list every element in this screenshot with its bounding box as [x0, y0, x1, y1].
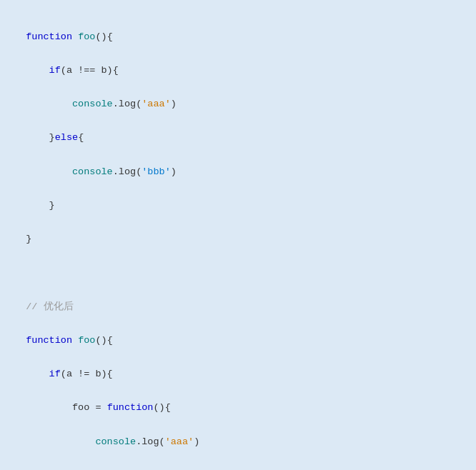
console-log-3: console — [95, 436, 136, 447]
string-aaa-1: 'aaa' — [142, 99, 171, 109]
console-log-1: console — [72, 99, 113, 109]
line-4: }else{ — [26, 132, 84, 143]
line-5: console.log('bbb') — [26, 166, 177, 177]
keyword-else-1: else — [55, 132, 78, 143]
keyword-if-2: if — [49, 369, 61, 379]
line-3: console.log('aaa') — [26, 99, 177, 109]
code-display: function foo(){ if(a !== b){ console.log… — [14, 11, 462, 470]
function-name-foo: foo — [78, 31, 95, 42]
line-comment: // 优化后 — [26, 301, 73, 312]
line-6: } — [26, 200, 55, 211]
line-1: function foo(){ — [26, 31, 113, 42]
keyword-if: if — [49, 65, 61, 76]
line-11: if(a != b){ — [26, 369, 113, 379]
comment-optimized: // 优化后 — [26, 301, 73, 312]
line-10: function foo(){ — [26, 335, 113, 346]
keyword-function-2: function — [26, 335, 72, 346]
line-7: } — [26, 234, 31, 244]
string-aaa-2: 'aaa' — [165, 436, 194, 447]
string-bbb-1: 'bbb' — [142, 166, 171, 177]
line-2: if(a !== b){ — [26, 65, 119, 76]
console-log-2: console — [72, 166, 113, 177]
function-name-foo-2: foo — [78, 335, 95, 346]
keyword-function: function — [26, 31, 72, 42]
line-13: console.log('aaa') — [26, 436, 199, 447]
keyword-function-3: function — [107, 402, 154, 413]
line-12: foo = function(){ — [26, 402, 171, 413]
